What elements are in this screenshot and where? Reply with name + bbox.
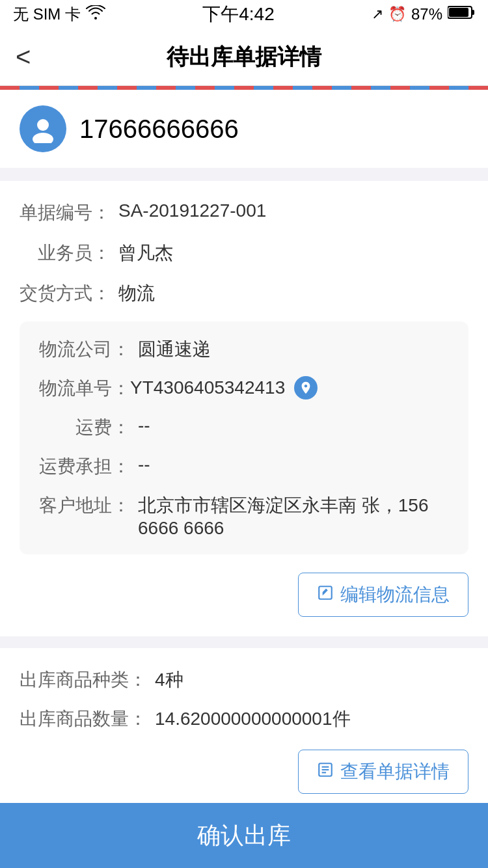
address-row: 客户地址： 北京市市辖区海淀区永丰南 张，156 6666 6666 (39, 493, 449, 539)
list-icon (317, 761, 334, 783)
avatar (20, 105, 66, 152)
sales-person-value: 曾凡杰 (118, 241, 468, 265)
logistics-company-label: 物流公司： (39, 337, 130, 362)
user-header: 17666666666 (0, 90, 488, 168)
time-display: 下午4:42 (202, 2, 275, 27)
delivery-method-label: 交货方式： (20, 281, 111, 306)
svg-rect-1 (472, 10, 474, 15)
freight-value: -- (138, 415, 449, 436)
page-title: 待出库单据详情 (167, 42, 321, 72)
battery-text: 87% (411, 5, 442, 23)
freight-bearer-row: 运费承担： -- (39, 454, 449, 479)
goods-section: 出库商品种类： 4种 出库商品数量： 14.620000000000001件 查… (0, 648, 488, 813)
user-phone: 17666666666 (79, 115, 239, 144)
tracking-container: YT43064053424​13 (130, 376, 318, 400)
freight-bearer-label: 运费承担： (39, 454, 130, 479)
confirm-button-label: 确认出库 (197, 820, 291, 852)
status-bar: 无 SIM 卡 下午4:42 ↗ ⏰ 87% (0, 0, 488, 29)
logistics-card: 物流公司： 圆通速递 物流单号： YT43064053424​13 运费： -- (20, 321, 468, 554)
sales-person-label: 业务员： (20, 241, 111, 265)
delivery-method-value: 物流 (118, 281, 468, 306)
goods-types-row: 出库商品种类： 4种 (20, 668, 468, 692)
delivery-method-row: 交货方式： 物流 (20, 281, 468, 306)
goods-quantity-row: 出库商品数量： 14.620000000000001件 (20, 707, 468, 731)
freight-row: 运费： -- (39, 415, 449, 440)
nav-bar: < 待出库单据详情 (0, 29, 488, 86)
tracking-number-value: YT43064053424​13 (130, 377, 285, 398)
view-detail-label: 查看单据详情 (340, 759, 450, 784)
address-label: 客户地址： (39, 493, 130, 518)
sales-person-row: 业务员： 曾凡杰 (20, 241, 468, 265)
wifi-icon (86, 5, 105, 23)
edit-logistics-btn-container: 编辑物流信息 (20, 573, 468, 617)
confirm-button-bar[interactable]: 确认出库 (0, 803, 488, 868)
order-number-row: 单据编号： SA-20191227-001 (20, 200, 468, 225)
address-value: 北京市市辖区海淀区永丰南 张，156 6666 6666 (138, 493, 449, 539)
view-detail-button[interactable]: 查看单据详情 (298, 750, 468, 794)
tracking-number-label: 物流单号： (39, 376, 130, 401)
status-right: ↗ ⏰ 87% (372, 5, 475, 23)
view-detail-btn-container: 查看单据详情 (20, 750, 468, 794)
goods-types-label: 出库商品种类： (20, 668, 147, 692)
svg-point-3 (37, 119, 49, 131)
location-icon: ↗ (372, 6, 383, 23)
edit-logistics-label: 编辑物流信息 (340, 582, 450, 607)
goods-quantity-value: 14.620000000000001件 (155, 707, 351, 731)
back-button[interactable]: < (16, 42, 31, 72)
carrier-text: 无 SIM 卡 (13, 4, 81, 25)
battery-icon (448, 5, 475, 23)
svg-rect-2 (449, 8, 468, 17)
edit-icon (317, 584, 334, 606)
freight-label: 运费： (39, 415, 130, 440)
alarm-icon: ⏰ (388, 6, 406, 23)
tracking-number-row: 物流单号： YT43064053424​13 (39, 376, 449, 401)
gray-separator-1 (0, 636, 488, 648)
status-left: 无 SIM 卡 (13, 4, 105, 25)
goods-quantity-label: 出库商品数量： (20, 707, 147, 731)
location-pin-icon[interactable] (294, 376, 318, 400)
svg-point-4 (33, 133, 53, 143)
freight-bearer-value: -- (138, 454, 449, 475)
goods-types-value: 4种 (155, 668, 183, 692)
logistics-company-value: 圆通速递 (138, 337, 449, 362)
logistics-company-row: 物流公司： 圆通速递 (39, 337, 449, 362)
order-number-value: SA-20191227-001 (118, 200, 468, 221)
order-info-section: 单据编号： SA-20191227-001 业务员： 曾凡杰 交货方式： 物流 … (0, 181, 488, 636)
edit-logistics-button[interactable]: 编辑物流信息 (298, 573, 468, 617)
order-number-label: 单据编号： (20, 200, 111, 225)
